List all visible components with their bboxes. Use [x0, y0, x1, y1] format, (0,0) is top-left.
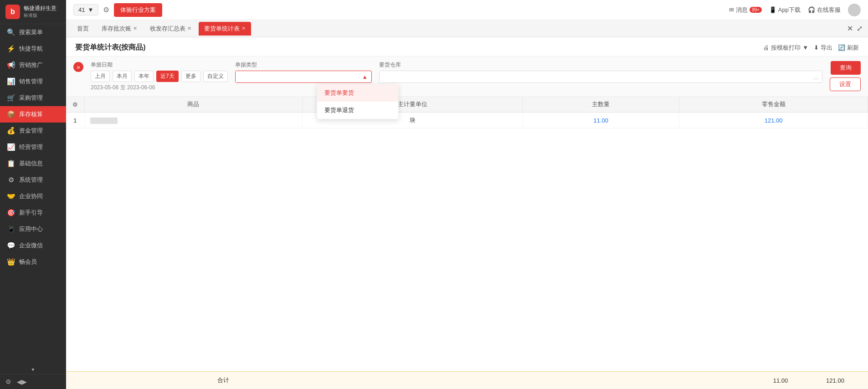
- online-service-label: 在线客服: [817, 6, 841, 14]
- app-download-button[interactable]: 📱 App下载: [769, 6, 801, 14]
- expand-tabs-button[interactable]: ⤢: [857, 24, 863, 33]
- footer-total-label: 合计: [126, 376, 229, 384]
- column-product: 商品: [84, 97, 302, 113]
- dropdown-item-return[interactable]: 要货单退货: [317, 102, 398, 119]
- table-header-row: ⚙ 商品 主计量单位 主数量 零售金额: [66, 97, 868, 113]
- messages-button[interactable]: ✉ 消息 99+: [729, 6, 762, 14]
- online-service-button[interactable]: 🎧 在线客服: [808, 6, 841, 14]
- tabbar: 首页 库存批次账 ✕ 收发存汇总表 ✕ 要货单统计表 ✕ ✕ ⤢: [66, 20, 868, 37]
- phone-icon: 📱: [769, 6, 776, 13]
- close-all-tabs-button[interactable]: ✕: [847, 24, 853, 33]
- tab-inventory-batch-close[interactable]: ✕: [133, 26, 137, 31]
- messages-label: 消息: [736, 6, 748, 14]
- export-icon: ⬇: [814, 44, 819, 51]
- data-table: ⚙ 商品 主计量单位 主数量 零售金额 1 块 11.00: [66, 97, 868, 128]
- sidebar-purchase-label: 采购管理: [19, 94, 43, 102]
- user-avatar[interactable]: [848, 4, 861, 16]
- sidebar-scroll-down[interactable]: ▼: [0, 365, 66, 374]
- filter-type-collapse-icon[interactable]: ▲: [359, 72, 371, 82]
- row-product: [84, 113, 302, 128]
- filter-warehouse-more-icon[interactable]: …: [810, 72, 822, 82]
- page-title: 要货单统计表(按商品): [75, 43, 146, 52]
- tab-order-stats[interactable]: 要货单统计表 ✕: [199, 22, 251, 36]
- collapse-icon[interactable]: ◀▶: [17, 378, 27, 385]
- sidebar-item-wechat[interactable]: 💬 企业微信: [0, 237, 66, 254]
- row-amount: 121.00: [679, 113, 868, 128]
- trial-button[interactable]: 体验行业方案: [114, 3, 162, 17]
- store-selector[interactable]: 41 ▼: [73, 4, 98, 15]
- column-settings[interactable]: ⚙: [66, 97, 84, 113]
- sidebar-item-search[interactable]: 🔍 搜索菜单: [0, 24, 66, 41]
- footer-quantity: 11.00: [753, 377, 808, 384]
- enterprise-icon: 🤝: [6, 192, 15, 200]
- filter-type-input[interactable]: [236, 71, 359, 82]
- sidebar-system-label: 系统管理: [19, 176, 43, 184]
- sidebar: b 畅捷通好生意 标准版 🔍 搜索菜单 ⚡ 快捷导航 📢 营销推广 📊 销售管理…: [0, 0, 66, 389]
- sidebar-logo: b 畅捷通好生意 标准版: [0, 0, 66, 24]
- management-icon: 📈: [6, 143, 15, 151]
- main-area: 41 ▼ ⚙ 体验行业方案 ✉ 消息 99+ 📱 App下载 🎧 在线客服: [66, 0, 868, 389]
- tab-receipt-summary[interactable]: 收发存汇总表 ✕: [144, 22, 197, 36]
- appcenter-icon: 📱: [6, 225, 15, 233]
- sidebar-guide-label: 新手引导: [19, 209, 43, 217]
- sidebar-enterprise-label: 企业协同: [19, 192, 43, 200]
- sidebar-item-appcenter[interactable]: 📱 应用中心: [0, 221, 66, 237]
- export-button[interactable]: ⬇ 导出: [814, 44, 832, 52]
- sidebar-item-quicknav[interactable]: ⚡ 快捷导航: [0, 41, 66, 57]
- row-index: 1: [66, 113, 84, 128]
- sidebar-item-system[interactable]: ⚙ 系统管理: [0, 172, 66, 188]
- filter-more-dates[interactable]: 更多: [181, 71, 200, 82]
- table-row: 1 块 11.00 121.00: [66, 113, 868, 128]
- sidebar-item-finance[interactable]: 💰 资金管理: [0, 123, 66, 139]
- print-button[interactable]: 🖨 按模板打印 ▼: [763, 44, 808, 52]
- tab-inventory-batch[interactable]: 库存批次账 ✕: [96, 22, 143, 36]
- refresh-icon: 🔄: [838, 44, 845, 51]
- filter-last-month[interactable]: 上月: [91, 71, 110, 82]
- filter-settings-button[interactable]: 设置: [830, 77, 861, 91]
- sidebar-item-inventory[interactable]: 📦 库存核算: [0, 106, 66, 123]
- tab-home[interactable]: 首页: [72, 22, 94, 36]
- query-button[interactable]: 查询: [831, 61, 861, 75]
- settings-icon-topbar[interactable]: ⚙: [103, 5, 109, 14]
- wechat-icon: 💬: [6, 241, 15, 250]
- tab-order-stats-close[interactable]: ✕: [241, 26, 246, 31]
- sidebar-item-guide[interactable]: 🎯 新手引导: [0, 205, 66, 221]
- filter-custom-date[interactable]: 自定义: [203, 71, 228, 82]
- filter-warehouse-input-row: …: [379, 71, 822, 83]
- search-icon: 🔍: [6, 28, 15, 36]
- member-icon: 👑: [6, 258, 15, 266]
- sidebar-item-basic-info[interactable]: 📋 基础信息: [0, 155, 66, 172]
- settings-footer-icon[interactable]: ⚙: [5, 378, 11, 385]
- print-icon: 🖨: [763, 44, 769, 51]
- sidebar-inventory-label: 库存核算: [19, 110, 43, 118]
- row-quantity: 11.00: [523, 113, 679, 128]
- filter-last-7days[interactable]: 近7天: [156, 71, 179, 82]
- topbar: 41 ▼ ⚙ 体验行业方案 ✉ 消息 99+ 📱 App下载 🎧 在线客服: [66, 0, 868, 20]
- sidebar-item-enterprise[interactable]: 🤝 企业协同: [0, 188, 66, 205]
- guide-icon: 🎯: [6, 209, 15, 217]
- refresh-button[interactable]: 🔄 刷新: [838, 44, 859, 52]
- filter-this-month[interactable]: 本月: [113, 71, 132, 82]
- finance-icon: 💰: [6, 127, 15, 135]
- basicinfo-icon: 📋: [6, 159, 15, 168]
- sidebar-basicinfo-label: 基础信息: [19, 159, 43, 168]
- sidebar-item-purchase[interactable]: 🛒 采购管理: [0, 90, 66, 106]
- filter-right-buttons: 查询 设置: [830, 61, 861, 91]
- dropdown-item-order[interactable]: 要货单要货: [317, 84, 398, 102]
- sidebar-item-member[interactable]: 👑 畅会员: [0, 254, 66, 270]
- sidebar-item-management[interactable]: 📈 经营管理: [0, 139, 66, 155]
- page-actions: 🖨 按模板打印 ▼ ⬇ 导出 🔄 刷新: [763, 44, 859, 52]
- purchase-icon: 🛒: [6, 94, 15, 102]
- sidebar-item-marketing[interactable]: 📢 营销推广: [0, 57, 66, 73]
- footer-values: 11.00 121.00: [753, 377, 863, 384]
- sidebar-marketing-label: 营销推广: [19, 61, 43, 69]
- filter-expand-button[interactable]: »: [73, 62, 83, 72]
- column-quantity: 主数量: [523, 97, 679, 113]
- table-body: 1 块 11.00 121.00: [66, 113, 868, 128]
- tab-receipt-summary-close[interactable]: ✕: [187, 26, 191, 31]
- sidebar-item-sales[interactable]: 📊 销售管理: [0, 73, 66, 90]
- filter-warehouse-input[interactable]: [380, 71, 810, 82]
- filter-this-year[interactable]: 本年: [134, 71, 154, 82]
- filter-date-group: 单据日期 上月 本月 本年 近7天 更多 自定义 2023-05-06 至 20…: [91, 61, 228, 92]
- app-version: 标准版: [24, 12, 56, 19]
